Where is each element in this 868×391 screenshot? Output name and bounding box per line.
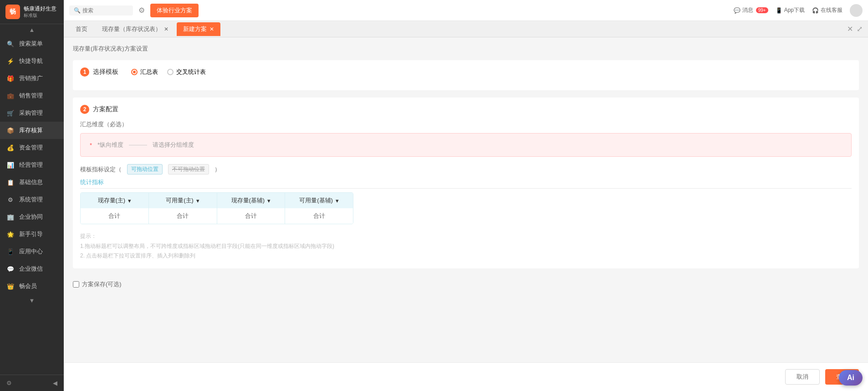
- dimension-required-area[interactable]: * *纵向维度 请选择分组维度: [80, 133, 852, 157]
- system-icon: ⚙: [6, 196, 15, 204]
- stat-col1-dropdown-icon: ▾: [128, 197, 131, 204]
- sidebar-item-marketing[interactable]: 🎁 营销推广: [0, 70, 64, 87]
- tab-close-all-icon[interactable]: ✕: [847, 25, 853, 33]
- dimension-label: 汇总维度（必选）: [80, 120, 852, 129]
- sidebar-item-newbie[interactable]: 🌟 新手引导: [0, 226, 64, 243]
- app-center-icon: 📱: [6, 247, 15, 256]
- stat-col2-header[interactable]: 可用量(主) ▾: [149, 193, 217, 208]
- radio-cross-label: 交叉统计表: [176, 68, 206, 76]
- sidebar-item-wechat[interactable]: 💬 企业微信: [0, 260, 64, 278]
- sidebar-bottom: ⚙ ◀: [0, 375, 64, 391]
- tab-bar: 首页 现存量（库存状况表） ✕ 新建方案 ✕ ✕ ⤢: [64, 21, 868, 37]
- search-input[interactable]: [82, 7, 123, 14]
- tab-inventory[interactable]: 现存量（库存状况表） ✕: [96, 22, 175, 36]
- stat-table-header: 现存量(主) ▾ 可用量(主) ▾ 现存量(基辅) ▾ 可用量(基辅) ▾: [81, 193, 353, 208]
- save-checkbox-label[interactable]: 方案保存(可选): [73, 280, 122, 288]
- sidebar-item-label: 系统管理: [19, 196, 43, 204]
- stat-section-title: 统计指标: [80, 178, 852, 189]
- messages-button[interactable]: 💬 消息 99+: [734, 6, 768, 14]
- radio-summary-dot: [131, 69, 138, 75]
- radio-summary[interactable]: 汇总表: [131, 68, 158, 76]
- stat-row1-col1: 合计: [81, 208, 149, 224]
- sidebar-item-basic-info[interactable]: 📋 基础信息: [0, 174, 64, 191]
- sidebar-item-enterprise[interactable]: 🏢 企业协同: [0, 208, 64, 226]
- stat-col3-label: 现存量(基辅): [231, 196, 265, 205]
- online-service-button[interactable]: 🎧 在线客服: [812, 6, 842, 14]
- no-drag-badge: 不可拖动位置: [168, 164, 209, 175]
- step2-badge: 2: [80, 105, 89, 114]
- settings-icon[interactable]: ⚙: [6, 380, 12, 386]
- step2-header: 2 方案配置: [80, 105, 852, 114]
- sidebar-item-member[interactable]: 👑 畅会员: [0, 278, 64, 295]
- industry-plan-button[interactable]: 体验行业方案: [150, 4, 199, 17]
- sidebar-item-operations[interactable]: 📊 经营管理: [0, 156, 64, 174]
- stat-col1-header[interactable]: 现存量(主) ▾: [81, 193, 149, 208]
- template-radio-group: 汇总表 交叉统计表: [131, 68, 206, 76]
- newbie-icon: 🌟: [6, 230, 15, 238]
- stat-col4-dropdown-icon: ▾: [336, 197, 339, 204]
- stat-col1-label: 现存量(主): [98, 196, 126, 205]
- save-label-text: 方案保存(可选): [82, 280, 122, 288]
- radio-cross[interactable]: 交叉统计表: [167, 68, 206, 76]
- dim-line: [129, 145, 147, 145]
- step1-title: 选择模板: [93, 68, 118, 76]
- stat-col3-header[interactable]: 现存量(基辅) ▾: [217, 193, 286, 208]
- tab-home[interactable]: 首页: [69, 22, 94, 36]
- step1-badge: 1: [80, 67, 89, 77]
- messages-label: 消息: [742, 6, 753, 14]
- dim-vertical-label: *纵向维度: [97, 141, 123, 149]
- topbar-search-box[interactable]: 🔍: [69, 5, 133, 15]
- draggable-badge: 可拖动位置: [127, 164, 163, 175]
- stat-row1-col2: 合计: [149, 208, 217, 224]
- sidebar-item-search[interactable]: 🔍 搜索菜单: [0, 35, 64, 52]
- sidebar-item-label: 经营管理: [19, 161, 43, 169]
- search-icon: 🔍: [6, 40, 15, 48]
- messages-badge: 99+: [756, 7, 768, 13]
- tab-new-plan[interactable]: 新建方案 ✕: [177, 22, 220, 36]
- sidebar-item-inventory[interactable]: 📦 库存核算: [0, 122, 64, 139]
- tab-new-plan-close[interactable]: ✕: [209, 26, 214, 32]
- sidebar-item-finance[interactable]: 💰 资金管理: [0, 139, 64, 156]
- sidebar-logo: 畅 畅康通好生意 标准版: [0, 0, 64, 24]
- sidebar-scroll-up[interactable]: ▲: [0, 24, 64, 35]
- dim-placeholder: 请选择分组维度: [153, 141, 194, 149]
- sidebar-item-label: 搜索菜单: [19, 40, 43, 48]
- tip2: 2. 点击标题栏下拉可设置排序、插入列和删除列: [80, 251, 852, 261]
- stat-col4-header[interactable]: 可用量(基辅) ▾: [285, 193, 353, 208]
- radio-summary-label: 汇总表: [140, 68, 158, 76]
- avatar[interactable]: [850, 4, 863, 17]
- sidebar-item-sales[interactable]: 💼 销售管理: [0, 87, 64, 104]
- save-checkbox[interactable]: [73, 281, 79, 288]
- tips-title: 提示：: [80, 233, 97, 239]
- sidebar-item-label: 快捷导航: [19, 57, 43, 65]
- member-icon: 👑: [6, 282, 15, 290]
- sidebar-item-system[interactable]: ⚙ 系统管理: [0, 191, 64, 208]
- message-icon: 💬: [734, 7, 740, 14]
- tip1: 1.拖动标题栏可以调整布局，不可跨维度或指标区域拖动栏目字段(只能在同一维度或指…: [80, 242, 852, 252]
- phone-icon: 📱: [776, 7, 782, 14]
- cancel-button[interactable]: 取消: [785, 369, 820, 385]
- stat-table: 现存量(主) ▾ 可用量(主) ▾ 现存量(基辅) ▾ 可用量(基辅) ▾: [80, 192, 353, 224]
- app-version: 标准版: [24, 12, 56, 18]
- ai-fab-button[interactable]: Ai: [839, 370, 863, 386]
- online-service-label: 在线客服: [821, 6, 842, 14]
- step2-title: 方案配置: [93, 105, 118, 113]
- sidebar-item-label: 企业微信: [19, 265, 43, 273]
- purchase-icon: 🛒: [6, 109, 15, 117]
- headset-icon: 🎧: [812, 7, 819, 14]
- sidebar-scroll-down[interactable]: ▼: [0, 295, 64, 306]
- collapse-icon[interactable]: ◀: [53, 380, 57, 386]
- footer-bar: 取消 查询: [64, 362, 868, 391]
- dim-star: *: [90, 142, 92, 149]
- sidebar-item-label: 资金管理: [19, 144, 43, 152]
- wechat-icon: 💬: [6, 265, 15, 273]
- sidebar-item-app-center[interactable]: 📱 应用中心: [0, 243, 64, 260]
- tab-expand-icon[interactable]: ⤢: [857, 25, 863, 33]
- save-row: 方案保存(可选): [73, 276, 859, 293]
- app-download-button[interactable]: 📱 App下载: [776, 6, 805, 14]
- sidebar-item-quick-nav[interactable]: ⚡ 快捷导航: [0, 52, 64, 70]
- sidebar-item-purchase[interactable]: 🛒 采购管理: [0, 104, 64, 122]
- finance-icon: 💰: [6, 144, 15, 152]
- gear-icon-topbar[interactable]: ⚙: [137, 6, 147, 15]
- tab-inventory-close[interactable]: ✕: [164, 26, 168, 32]
